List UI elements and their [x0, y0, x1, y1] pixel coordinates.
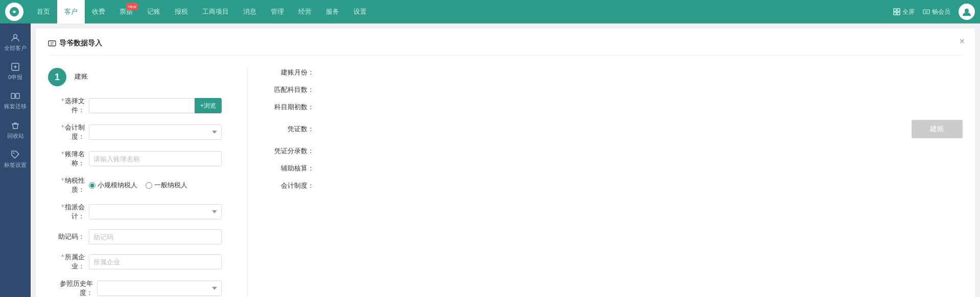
vip-label: 畅会员 — [932, 8, 950, 16]
reference-year-label: 参照历史年度： — [48, 279, 93, 297]
svg-point-12 — [13, 153, 14, 154]
match-subjects-row: 匹配科目数： — [273, 85, 963, 94]
form-body: 1 建账 *选择文件： +浏览 — [48, 68, 963, 297]
tax-type-row: *纳税性质： 小规模纳税人 一般纳税人 — [48, 176, 222, 194]
nav-item-tax[interactable]: 报税 — [168, 0, 195, 23]
sidebar-item-migrate[interactable]: 账套迁移 — [2, 87, 29, 114]
build-month-label: 建账月份： — [273, 68, 314, 77]
sidebar-item-zero-report[interactable]: 0申报 — [2, 58, 29, 85]
account-name-label: *账簿名称： — [48, 150, 85, 168]
form-rows: *选择文件： +浏览 *会计制度： — [48, 96, 222, 297]
svg-rect-11 — [16, 93, 19, 98]
nav-item-invoices[interactable]: 票据 new — [112, 0, 140, 23]
nav-menu: 首页 客户 收费 票据 new 记账 报税 工商项目 消息 管理 经营 服务 设… — [30, 0, 893, 23]
build-account-button[interactable]: 建账 — [912, 120, 963, 138]
sidebar-item-tags[interactable]: 标签设置 — [2, 145, 29, 172]
sidebar-item-trash-label: 回收站 — [7, 133, 24, 139]
account-name-row: *账簿名称： — [48, 150, 222, 168]
auxiliary-label: 辅助核算： — [273, 164, 314, 173]
info-rows: 建账月份： 匹配科目数： 科目期初数： 凭证数： — [273, 68, 963, 190]
voucher-entries-row: 凭证分录数： — [273, 146, 963, 156]
file-select-row: *选择文件： +浏览 — [48, 96, 222, 115]
svg-rect-2 — [897, 9, 900, 11]
accounting-system-row: *会计制度： — [48, 123, 222, 141]
nav-item-business[interactable]: 工商项目 — [195, 0, 236, 23]
dialog-card: 导爷数据导入 × 1 建账 *选择文件： — [36, 29, 975, 297]
svg-point-8 — [14, 35, 17, 38]
svg-point-7 — [965, 9, 969, 13]
vertical-divider — [247, 68, 248, 297]
top-navigation: 首页 客户 收费 票据 new 记账 报税 工商项目 消息 管理 经营 服务 设… — [0, 0, 980, 23]
company-row: *所属企业： — [48, 253, 222, 271]
tax-type-small-radio[interactable]: 小规模纳税人 — [89, 181, 137, 190]
step-section: 1 建账 — [48, 68, 222, 86]
tax-type-radio-group: 小规模纳税人 一般纳税人 — [89, 181, 222, 190]
account-name-input[interactable] — [89, 151, 222, 166]
form-left-panel: 1 建账 *选择文件： +浏览 — [48, 68, 222, 297]
svg-rect-1 — [894, 9, 896, 11]
nav-item-service[interactable]: 服务 — [319, 0, 346, 23]
accounting-system-label: *会计制度： — [48, 123, 85, 141]
user-avatar[interactable] — [959, 4, 975, 20]
svg-rect-3 — [894, 12, 896, 15]
step-label: 建账 — [75, 68, 88, 81]
vip-button[interactable]: 畅会员 — [923, 8, 950, 16]
sidebar-item-all-clients[interactable]: 全部客户 — [2, 29, 29, 56]
browse-button[interactable]: +浏览 — [195, 98, 222, 113]
memo-code-label: 助记码： — [48, 232, 85, 241]
svg-rect-13 — [49, 41, 56, 46]
company-label: *所属企业： — [48, 253, 85, 271]
nav-item-bookkeeping[interactable]: 记账 — [140, 0, 168, 23]
close-button[interactable]: × — [959, 37, 965, 46]
nav-item-settings[interactable]: 设置 — [346, 0, 374, 23]
fullscreen-button[interactable]: 全屏 — [893, 8, 915, 16]
assign-accountant-label: *指派会计： — [48, 203, 85, 221]
auxiliary-row: 辅助核算： — [273, 164, 963, 173]
match-subjects-label: 匹配科目数： — [273, 85, 314, 94]
company-input[interactable] — [89, 254, 222, 269]
main-layout: 全部客户 0申报 账套迁移 回收站 — [0, 23, 980, 297]
reference-year-row: 参照历史年度： — [48, 279, 222, 297]
file-label: *选择文件： — [48, 96, 85, 115]
dialog-title: 导爷数据导入 — [48, 39, 963, 56]
voucher-entries-label: 凭证分录数： — [273, 146, 314, 156]
sidebar-item-zero-report-label: 0申报 — [8, 74, 22, 81]
assign-accountant-row: *指派会计： — [48, 203, 222, 221]
sidebar-item-trash[interactable]: 回收站 — [2, 116, 29, 143]
sidebar: 全部客户 0申报 账套迁移 回收站 — [0, 23, 31, 297]
nav-item-operation[interactable]: 经营 — [291, 0, 319, 23]
right-accounting-system-label: 会计制度： — [273, 181, 314, 190]
assign-accountant-select[interactable] — [89, 204, 222, 219]
subject-period-row: 科目期初数： — [273, 103, 963, 112]
tax-type-general-radio[interactable]: 一般纳税人 — [146, 181, 187, 190]
file-input[interactable] — [89, 98, 195, 113]
svg-rect-5 — [923, 10, 929, 14]
reference-year-select[interactable] — [97, 281, 222, 296]
sidebar-item-all-clients-label: 全部客户 — [4, 45, 27, 52]
svg-rect-10 — [11, 93, 15, 98]
new-badge: new — [126, 3, 138, 10]
tax-type-label: *纳税性质： — [48, 176, 85, 194]
nav-item-home[interactable]: 首页 — [30, 0, 57, 23]
sidebar-item-tags-label: 标签设置 — [4, 162, 27, 168]
logo[interactable] — [5, 3, 23, 21]
svg-point-6 — [925, 11, 927, 13]
nav-item-clients[interactable]: 客户 — [57, 0, 85, 23]
memo-code-row: 助记码： — [48, 229, 222, 244]
nav-item-messages[interactable]: 消息 — [236, 0, 264, 23]
memo-code-input[interactable] — [89, 229, 222, 244]
accounting-system-select[interactable] — [89, 125, 222, 140]
subject-period-label: 科目期初数： — [273, 103, 314, 112]
form-right-panel: 建账月份： 匹配科目数： 科目期初数： 凭证数： — [273, 68, 963, 297]
build-month-row: 建账月份： — [273, 68, 963, 77]
svg-rect-4 — [897, 12, 900, 15]
voucher-count-label: 凭证数： — [273, 125, 314, 134]
file-input-wrapper: +浏览 — [89, 98, 222, 113]
build-button-row: 凭证数： 建账 — [273, 120, 963, 138]
sidebar-item-migrate-label: 账套迁移 — [4, 103, 27, 110]
right-accounting-system-row: 会计制度： — [273, 181, 963, 190]
nav-item-manage[interactable]: 管理 — [264, 0, 291, 23]
step-badge: 1 — [48, 68, 66, 86]
nav-item-billing[interactable]: 收费 — [85, 0, 112, 23]
nav-right-area: 全屏 畅会员 — [893, 4, 975, 20]
